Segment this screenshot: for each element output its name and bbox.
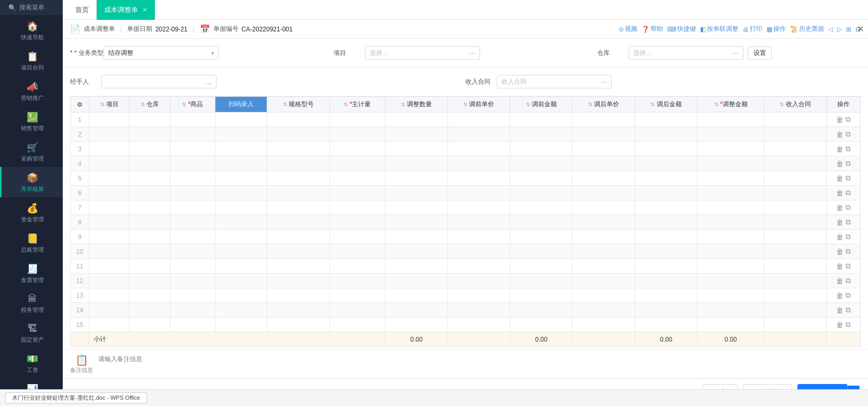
cell-spec[interactable] <box>267 215 329 230</box>
cell-adjust-qty[interactable] <box>385 200 448 215</box>
cell-scan[interactable] <box>215 156 267 171</box>
copy-icon[interactable]: ⧉ <box>846 130 851 139</box>
copy-icon[interactable]: ⧉ <box>846 174 851 183</box>
cell-unit[interactable] <box>329 230 385 244</box>
sidebar-item-fixed-assets[interactable]: 🏗固定资产 <box>0 318 63 348</box>
cell-after-amount[interactable] <box>635 244 697 259</box>
cell-unit[interactable] <box>329 274 385 288</box>
cell-product[interactable] <box>170 318 215 332</box>
cell-project[interactable] <box>89 171 130 186</box>
cell-income-contract[interactable] <box>764 215 826 230</box>
cell-adjust-amount[interactable] <box>698 244 764 259</box>
copy-icon[interactable]: ⧉ <box>846 232 851 241</box>
cell-adjust-amount[interactable] <box>698 259 764 274</box>
copy-icon[interactable]: ⧉ <box>846 306 851 314</box>
copy-icon[interactable]: ⧉ <box>846 218 851 227</box>
cell-unit[interactable] <box>329 156 385 171</box>
sidebar-item-invoice-mgmt[interactable]: 🧾发票管理 <box>0 258 63 288</box>
delete-icon[interactable]: 🗑 <box>836 218 843 227</box>
cell-adjust-amount[interactable] <box>698 274 764 288</box>
cell-before-unit-price[interactable] <box>448 186 510 200</box>
form-close-btn[interactable]: ✕ <box>857 24 864 34</box>
cell-adjust-amount[interactable] <box>698 186 764 200</box>
cell-warehouse[interactable] <box>130 230 170 244</box>
cell-warehouse[interactable] <box>130 259 170 274</box>
cell-before-amount[interactable] <box>510 318 573 332</box>
cell-product[interactable] <box>170 244 215 259</box>
cell-before-amount[interactable] <box>510 259 573 274</box>
cell-after-amount[interactable] <box>635 156 697 171</box>
cell-adjust-qty[interactable] <box>385 127 448 142</box>
cell-before-unit-price[interactable] <box>448 244 510 259</box>
cell-income-contract[interactable] <box>764 318 826 332</box>
sidebar-item-purchase-mgmt[interactable]: 🛒采购管理 <box>0 137 63 167</box>
cell-spec[interactable] <box>267 112 329 127</box>
cell-unit[interactable] <box>329 303 385 318</box>
delete-icon[interactable]: 🗑 <box>836 189 843 197</box>
cell-product[interactable] <box>170 142 215 156</box>
cell-unit[interactable] <box>329 186 385 200</box>
cell-income-contract[interactable] <box>764 274 826 288</box>
cell-unit[interactable] <box>329 127 385 142</box>
nav-next[interactable]: ▷ <box>837 26 842 33</box>
copy-icon[interactable]: ⧉ <box>846 188 851 197</box>
delete-icon[interactable]: 🗑 <box>836 321 843 329</box>
cell-product[interactable] <box>170 230 215 244</box>
cell-before-amount[interactable] <box>510 142 573 156</box>
cell-spec[interactable] <box>267 318 329 332</box>
warehouse-input[interactable]: 选择... ··· <box>629 46 744 60</box>
cell-before-unit-price[interactable] <box>448 156 510 171</box>
copy-icon[interactable]: ⧉ <box>846 320 851 329</box>
cell-income-contract[interactable] <box>764 259 826 274</box>
delete-icon[interactable]: 🗑 <box>836 291 843 300</box>
cell-unit[interactable] <box>329 171 385 186</box>
agent-input[interactable]: ... <box>101 75 216 88</box>
cell-income-contract[interactable] <box>764 142 826 156</box>
cell-adjust-amount[interactable] <box>698 288 764 303</box>
cell-warehouse[interactable] <box>130 171 170 186</box>
cell-adjust-qty[interactable] <box>385 288 448 303</box>
delete-icon[interactable]: 🗑 <box>836 233 843 241</box>
col-scan[interactable]: 扫码录入 <box>215 97 267 112</box>
cell-project[interactable] <box>89 186 130 200</box>
taskbar-wps-item[interactable]: 木门行业好业财处理方案-墨红红.doc - WPS Office <box>5 392 147 403</box>
cell-before-unit-price[interactable] <box>448 274 510 288</box>
cell-product[interactable] <box>170 274 215 288</box>
cell-unit[interactable] <box>329 318 385 332</box>
view-btn[interactable]: ⊙ 视频 <box>619 25 637 33</box>
cell-after-amount[interactable] <box>635 303 697 318</box>
sidebar-item-ledger-mgmt[interactable]: 📒总账管理 <box>0 228 63 258</box>
note-input[interactable] <box>98 354 861 370</box>
delete-icon[interactable]: 🗑 <box>836 262 843 270</box>
cell-product[interactable] <box>170 127 215 142</box>
cell-spec[interactable] <box>267 303 329 318</box>
cell-income-contract[interactable] <box>764 186 826 200</box>
cell-project[interactable] <box>89 318 130 332</box>
cell-project[interactable] <box>89 112 130 127</box>
cell-adjust-qty[interactable] <box>385 259 448 274</box>
copy-icon[interactable]: ⧉ <box>846 115 851 124</box>
cell-after-unit-price[interactable] <box>573 215 635 230</box>
cell-spec[interactable] <box>267 274 329 288</box>
cell-adjust-amount[interactable] <box>698 156 764 171</box>
cell-spec[interactable] <box>267 200 329 215</box>
sidebar-item-fund-mgmt[interactable]: 💰资金管理 <box>0 197 63 228</box>
cell-scan[interactable] <box>215 259 267 274</box>
cell-unit[interactable] <box>329 259 385 274</box>
cell-income-contract[interactable] <box>764 112 826 127</box>
cell-before-unit-price[interactable] <box>448 142 510 156</box>
cell-scan[interactable] <box>215 318 267 332</box>
sidebar-item-inventory[interactable]: 📦库存核算 <box>0 167 63 197</box>
cell-adjust-amount[interactable] <box>698 127 764 142</box>
cell-income-contract[interactable] <box>764 288 826 303</box>
cell-after-unit-price[interactable] <box>573 230 635 244</box>
cell-before-unit-price[interactable] <box>448 215 510 230</box>
cell-project[interactable] <box>89 156 130 171</box>
cell-spec[interactable] <box>267 244 329 259</box>
cell-adjust-qty[interactable] <box>385 171 448 186</box>
cell-income-contract[interactable] <box>764 244 826 259</box>
cell-before-unit-price[interactable] <box>448 171 510 186</box>
sidebar-item-project-contract[interactable]: 📋项目合同 <box>0 46 63 76</box>
cell-before-amount[interactable] <box>510 303 573 318</box>
col-settings[interactable]: ⚙ <box>71 97 89 112</box>
